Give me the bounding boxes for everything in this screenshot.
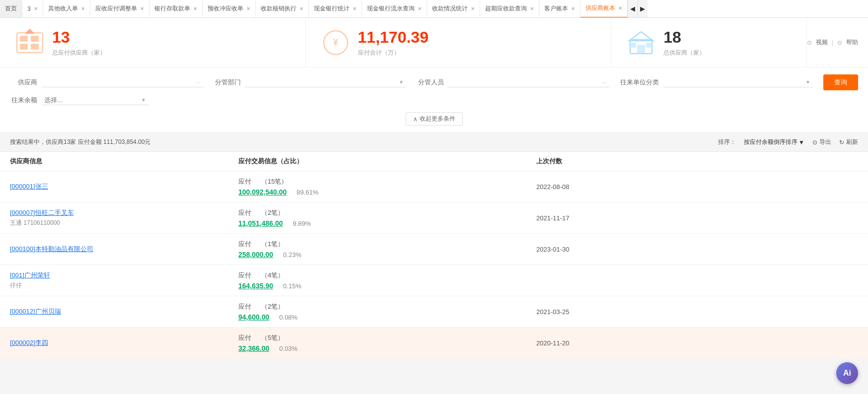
- nav-tab-home[interactable]: 首页: [0, 0, 22, 18]
- nav-tab-cash-stats[interactable]: 现金银行统计 ✕: [309, 0, 362, 18]
- help-link[interactable]: 帮助: [846, 38, 858, 47]
- tx-amount-6[interactable]: 32,366.00: [238, 344, 269, 352]
- filter-row-1: 供应商 ··· 分管部门 ▼ 分管人员 ··· 往来单位分类: [10, 74, 858, 90]
- nav-tab-bank-deposit[interactable]: 银行存取款单 ✕: [149, 0, 203, 18]
- filter-person: 分管人员 ···: [417, 77, 610, 87]
- supplier-input-wrap: ···: [41, 77, 204, 87]
- svg-rect-1: [20, 36, 28, 42]
- filter-dept: 分管部门 ▼: [214, 77, 407, 87]
- svg-rect-12: [646, 43, 651, 48]
- refresh-icon: ↻: [839, 139, 844, 146]
- store-icon: [626, 28, 656, 58]
- table-row: [000100]本特勤油品有限公司 应付 （1笔） 258,000.00 0.2…: [0, 234, 868, 265]
- person-filter-label: 分管人员: [417, 78, 444, 87]
- filter-balance: 往来余额 ▼: [10, 95, 149, 105]
- supplier-filter-label: 供应商: [10, 78, 37, 87]
- close-icon[interactable]: ✕: [530, 6, 534, 11]
- supplier-link-1[interactable]: [000001]张三: [10, 182, 238, 191]
- tx-amount-3[interactable]: 258,000.00: [238, 251, 273, 259]
- refresh-button[interactable]: ↻ 刷新: [839, 138, 858, 146]
- lastpay-1: 2022-08-08: [536, 183, 858, 191]
- nav-tab-customer-ledger[interactable]: 客户账本 ✕: [539, 0, 580, 18]
- tx-amount-4[interactable]: 164,635.90: [238, 282, 273, 290]
- close-icon[interactable]: ✕: [471, 6, 475, 11]
- table: 供应商信息 应付交易信息（占比） 上次付数 [000001]张三 应付 （15笔…: [0, 152, 868, 359]
- collapse-button[interactable]: ∧ 收起更多条件: [406, 112, 463, 126]
- payable-amount-label: 应付合计（万）: [358, 49, 429, 57]
- supplier-input[interactable]: [44, 78, 195, 86]
- category-select-wrap: ▼: [663, 77, 814, 87]
- nav-tab-supplier-ledger[interactable]: 供应商账本 ✕: [580, 0, 628, 18]
- dept-arrow-icon[interactable]: ▼: [399, 79, 404, 85]
- supplier-link-3[interactable]: [000100]本特勤油品有限公司: [10, 245, 238, 254]
- person-input[interactable]: [451, 78, 602, 86]
- nav-next-arrow[interactable]: ▶: [638, 0, 648, 18]
- supplier-info-6: [000002]李四: [10, 338, 238, 347]
- result-info: 搜索结果中，供应商13家 应付金额 111,703,854.00元: [10, 138, 150, 146]
- lastpay-6: 2020-11-20: [536, 339, 858, 347]
- filter-row-2: 往来余额 ▼: [10, 95, 858, 105]
- search-button[interactable]: 查询: [823, 74, 858, 90]
- balance-input[interactable]: [44, 96, 141, 104]
- transaction-info-4: 应付 （4笔） 164,635.90 0.15%: [238, 271, 536, 290]
- close-icon[interactable]: ✕: [418, 6, 422, 11]
- close-icon[interactable]: ✕: [81, 6, 85, 11]
- nav-prev-arrow[interactable]: ◀: [628, 0, 638, 18]
- balance-arrow-icon[interactable]: ▼: [141, 97, 146, 103]
- supplier-link-5[interactable]: [000012]广州贝瑞: [10, 307, 238, 316]
- supplier-dots[interactable]: ···: [195, 79, 200, 86]
- supplier-info-1: [000001]张三: [10, 182, 238, 191]
- filter-supplier: 供应商 ···: [10, 77, 204, 87]
- dept-input[interactable]: [248, 78, 399, 86]
- export-icon: ⊙: [812, 139, 817, 146]
- table-row: [000012]广州贝瑞 应付 （2笔） 94,600.00 0.08% 202…: [0, 296, 868, 328]
- close-icon[interactable]: ✕: [571, 6, 575, 11]
- lastpay-5: 2021-03-25: [536, 308, 858, 316]
- tx-amount-1[interactable]: 100,092,540.00: [238, 188, 287, 196]
- nav-tab-cash-flow[interactable]: 现金银行流水查询 ✕: [362, 0, 427, 18]
- transaction-info-1: 应付 （15笔） 100,092,540.00 89.61%: [238, 177, 536, 196]
- total-suppliers-label: 总供应商（家）: [663, 49, 705, 57]
- export-button[interactable]: ⊙ 导出: [812, 138, 831, 146]
- nav-tab-prepay-offset[interactable]: 预收冲应收单 ✕: [203, 0, 256, 18]
- nav-tab-ar-adjust[interactable]: 应收应付调整单 ✕: [90, 0, 149, 18]
- close-icon[interactable]: ✕: [34, 6, 38, 11]
- supplier-link-2[interactable]: [000007]恒旺二手叉车: [10, 208, 238, 217]
- transaction-info-2: 应付 （2笔） 11,051,486.00 9.89%: [238, 208, 536, 227]
- svg-rect-2: [31, 36, 39, 42]
- stat-total-suppliers: 18 总供应商（家）: [611, 18, 807, 67]
- filter-area: 供应商 ··· 分管部门 ▼ 分管人员 ··· 往来单位分类: [0, 67, 868, 133]
- nav-tab-collection[interactable]: 收款核销执行 ✕: [256, 0, 309, 18]
- close-icon[interactable]: ✕: [618, 5, 622, 11]
- category-filter-label: 往来单位分类: [620, 78, 659, 87]
- tx-amount-5[interactable]: 94,600.00: [238, 313, 269, 321]
- close-icon[interactable]: ✕: [140, 6, 144, 11]
- lastpay-3: 2023-01-30: [536, 246, 858, 253]
- category-input[interactable]: [666, 78, 806, 86]
- supplier-link-4[interactable]: [001]广州荣轩: [10, 271, 238, 280]
- table-row: [000001]张三 应付 （15笔） 100,092,540.00 89.61…: [0, 171, 868, 202]
- nav-tab-collection-stats[interactable]: 收款情况统计 ✕: [427, 0, 480, 18]
- close-icon[interactable]: ✕: [353, 6, 357, 11]
- person-dots[interactable]: ···: [602, 79, 607, 86]
- nav-tab-other-income[interactable]: 其他收入单 ✕: [43, 0, 90, 18]
- video-link[interactable]: 视频: [816, 38, 828, 47]
- dept-select-wrap: ▼: [245, 77, 407, 87]
- nav-tab-overdue[interactable]: 超期应收款查询 ✕: [480, 0, 539, 18]
- supplier-link-6[interactable]: [000002]李四: [10, 338, 238, 347]
- tx-amount-2[interactable]: 11,051,486.00: [238, 219, 283, 227]
- collapse-up-icon: ∧: [413, 116, 418, 123]
- close-icon[interactable]: ✕: [246, 6, 250, 11]
- category-arrow-icon[interactable]: ▼: [805, 79, 810, 85]
- svg-marker-5: [25, 29, 35, 34]
- supplier-info-5: [000012]广州贝瑞: [10, 307, 238, 316]
- transaction-info-6: 应付 （5笔） 32,366.00 0.03%: [238, 333, 536, 352]
- close-icon[interactable]: ✕: [299, 6, 303, 11]
- sort-value[interactable]: 按应付余额倒序排序 ▼: [744, 138, 804, 146]
- transaction-info-3: 应付 （1笔） 258,000.00 0.23%: [238, 240, 536, 259]
- header-lastpay: 上次付数: [536, 157, 858, 166]
- sort-label: 排序：: [718, 138, 736, 146]
- table-header: 供应商信息 应付交易信息（占比） 上次付数: [0, 152, 868, 171]
- nav-tab-3[interactable]: 3 ✕: [22, 0, 43, 18]
- close-icon[interactable]: ✕: [193, 6, 197, 11]
